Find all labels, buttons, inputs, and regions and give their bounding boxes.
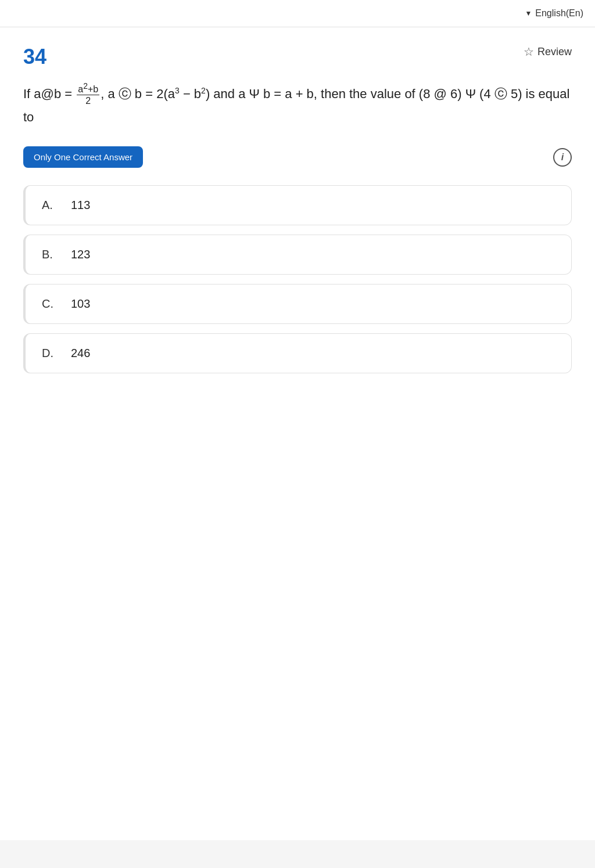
info-icon-label: i bbox=[561, 152, 564, 163]
main-content: 34 ☆ Review If a@b = a2+b 2 , a ⓒ b = 2(… bbox=[0, 27, 595, 840]
option-c-label: C. bbox=[42, 297, 59, 311]
chevron-down-icon: ▼ bbox=[525, 9, 532, 17]
answer-type-badge: Only One Correct Answer bbox=[23, 146, 143, 168]
option-a-label: A. bbox=[42, 199, 59, 212]
star-icon: ☆ bbox=[524, 45, 534, 59]
options-container: A. 113 B. 123 C. 103 D. 246 bbox=[23, 185, 572, 373]
top-bar: ▼ English(En) bbox=[0, 0, 595, 27]
option-d[interactable]: D. 246 bbox=[23, 333, 572, 373]
question-header: 34 ☆ Review bbox=[23, 45, 572, 69]
math-fraction: a2+b 2 bbox=[77, 84, 99, 106]
badge-row: Only One Correct Answer i bbox=[23, 146, 572, 168]
fraction-numerator: a2+b bbox=[77, 84, 99, 95]
language-selector[interactable]: ▼ English(En) bbox=[525, 8, 583, 19]
question-number: 34 bbox=[23, 45, 46, 69]
option-d-label: D. bbox=[42, 347, 59, 360]
question-text: If a@b = a2+b 2 , a ⓒ b = 2(a3 − b2) and… bbox=[23, 83, 572, 128]
option-d-value: 246 bbox=[71, 347, 90, 360]
option-a-value: 113 bbox=[71, 199, 90, 212]
fraction-denominator: 2 bbox=[84, 95, 92, 106]
review-label: Review bbox=[537, 46, 572, 58]
option-b-label: B. bbox=[42, 248, 59, 261]
option-c[interactable]: C. 103 bbox=[23, 284, 572, 324]
option-a[interactable]: A. 113 bbox=[23, 185, 572, 225]
option-c-value: 103 bbox=[71, 297, 90, 311]
info-icon[interactable]: i bbox=[553, 148, 572, 167]
option-b[interactable]: B. 123 bbox=[23, 235, 572, 275]
language-label: English(En) bbox=[535, 8, 583, 19]
option-b-value: 123 bbox=[71, 248, 90, 261]
review-button[interactable]: ☆ Review bbox=[524, 45, 572, 59]
